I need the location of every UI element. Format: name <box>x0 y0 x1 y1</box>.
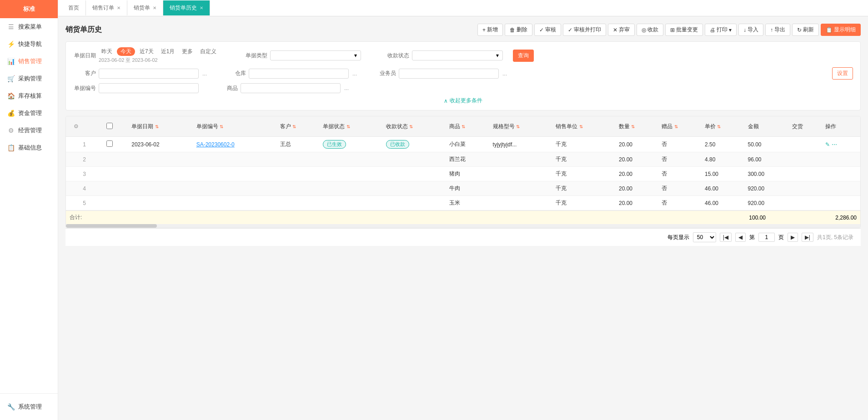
tab-sales-order-close[interactable]: ✕ <box>117 5 120 10</box>
sidebar-item-purchase-mgmt[interactable]: 🛒 采购管理 <box>0 70 58 87</box>
export-button[interactable]: ↑ 导出 <box>765 24 790 36</box>
sidebar-item-sales-mgmt[interactable]: 📊 销售管理 <box>0 53 58 70</box>
th-price-sort-icon: ⇅ <box>717 124 721 129</box>
audit-print-button[interactable]: ✓ 审核并打印 <box>563 24 606 36</box>
delete-button[interactable]: 🗑 删除 <box>505 24 532 36</box>
row-checkbox[interactable] <box>106 140 113 147</box>
batch-change-button[interactable]: ⊞ 批量变更 <box>665 24 703 36</box>
table-scrollbar[interactable] <box>66 224 860 228</box>
settings-button[interactable]: 设置 <box>832 67 853 80</box>
select-all-checkbox[interactable] <box>106 123 113 129</box>
sidebar-item-sys-mgmt[interactable]: 🔧 系统管理 <box>0 398 58 415</box>
th-gift[interactable]: 赠品 ⇅ <box>658 116 701 137</box>
print-button[interactable]: 🖨 打印 ▾ <box>705 24 737 36</box>
refresh-button[interactable]: ↻ 刷新 <box>792 24 819 36</box>
audit-button[interactable]: ✓ 审核 <box>534 24 561 36</box>
doc-type-select[interactable]: ▾ <box>270 50 361 60</box>
show-detail-button[interactable]: 📋 显示明细 <box>821 24 861 36</box>
sidebar-item-quick-nav[interactable]: ⚡ 快捷导航 <box>0 35 58 53</box>
tab-sales-history-close[interactable]: ✕ <box>200 5 203 10</box>
sidebar-bottom: 🔧 系统管理 <box>0 393 58 420</box>
import-button[interactable]: ↓ 导入 <box>738 24 763 36</box>
scrollbar-thumb[interactable] <box>66 224 157 228</box>
warehouse-input[interactable] <box>249 69 349 79</box>
th-customer[interactable]: 客户 ⇅ <box>276 116 320 137</box>
cell-number-1 <box>193 152 276 167</box>
collapse-button[interactable]: ∧ 收起更多条件 <box>73 97 853 105</box>
th-unit-sort-icon: ⇅ <box>579 124 583 129</box>
th-gift-label: 赠品 <box>662 123 672 130</box>
customer-input[interactable] <box>99 69 199 79</box>
toolbar: + 新增 🗑 删除 ✓ 审核 ✓ 审核并打印 ✕ 弃审 <box>477 24 861 36</box>
date-btn-more[interactable]: 更多 <box>179 47 196 56</box>
cell-payment-status-2 <box>382 167 446 181</box>
customer-dots-icon[interactable]: ... <box>202 70 207 77</box>
sidebar-item-inventory-calc[interactable]: 🏠 库存核算 <box>0 87 58 105</box>
payment-status-select[interactable]: ▾ <box>412 50 503 60</box>
cell-rownum-4: 5 <box>66 196 103 210</box>
sidebar-item-label: 采购管理 <box>18 75 42 83</box>
th-payment-status[interactable]: 收款状态 ⇅ <box>382 116 446 137</box>
th-spec[interactable]: 规格型号 ⇅ <box>489 116 552 137</box>
sidebar-item-finance-mgmt[interactable]: 💰 资金管理 <box>0 105 58 122</box>
tab-sales-history[interactable]: 销货单历史 ✕ <box>163 0 210 15</box>
cell-spec-1 <box>489 152 552 167</box>
filter-warehouse: 仓库 ... <box>223 69 357 79</box>
product-dots-icon[interactable]: ... <box>344 85 349 91</box>
cell-qty-1: 20.00 <box>615 152 658 167</box>
edit-action-button[interactable]: ✎ <box>825 141 830 148</box>
page-prev-button[interactable]: ◀ <box>735 233 746 242</box>
warehouse-dots-icon[interactable]: ... <box>352 70 357 77</box>
new-button[interactable]: + 新增 <box>477 24 503 36</box>
cell-checkbox-1 <box>103 152 128 167</box>
th-unit[interactable]: 销售单位 ⇅ <box>552 116 615 137</box>
abandon-button[interactable]: ✕ 弃审 <box>608 24 635 36</box>
table-settings-icon[interactable]: ⚙ <box>70 120 82 133</box>
th-qty-sort-icon: ⇅ <box>631 124 635 129</box>
sales-mgmt-icon: 📊 <box>7 58 15 65</box>
page-last-button[interactable]: ▶| <box>802 233 813 242</box>
doc-number-link[interactable]: SA-20230602-0 <box>196 141 235 148</box>
salesman-dots-icon[interactable]: ... <box>502 70 507 77</box>
th-product-sort-icon: ⇅ <box>462 124 465 129</box>
page-suffix: 页 <box>778 234 784 241</box>
doc-number-input[interactable] <box>99 83 199 93</box>
date-btn-7days[interactable]: 近7天 <box>137 47 156 56</box>
more-action-button[interactable]: ⋯ <box>832 141 837 148</box>
date-btn-today[interactable]: 今天 <box>117 47 135 56</box>
date-btn-custom[interactable]: 自定义 <box>197 47 219 56</box>
date-btn-1month[interactable]: 近1月 <box>158 47 178 56</box>
cell-action-1 <box>822 152 860 167</box>
cell-action-3 <box>822 181 860 196</box>
salesman-input[interactable] <box>399 69 499 79</box>
cell-qty-3: 20.00 <box>615 181 658 196</box>
tab-home[interactable]: 首页 <box>62 0 86 15</box>
th-amount: 金额 <box>744 116 788 137</box>
query-button[interactable]: 查询 <box>513 50 534 62</box>
cell-spec-3 <box>489 181 552 196</box>
page-size-select[interactable]: 50 100 200 <box>693 232 716 242</box>
th-product[interactable]: 商品 ⇅ <box>446 116 489 137</box>
tab-sales-delivery[interactable]: 销货单 ✕ <box>127 0 163 15</box>
th-number[interactable]: 单据编号 ⇅ <box>193 116 276 137</box>
date-btn-yesterday[interactable]: 昨天 <box>99 47 115 56</box>
th-doc-status[interactable]: 单据状态 ⇅ <box>319 116 382 137</box>
tab-sales-delivery-close[interactable]: ✕ <box>153 5 156 10</box>
audit-icon: ✓ <box>539 27 544 33</box>
footer-totals: 100.00 2,286.00 <box>457 215 857 221</box>
th-price[interactable]: 单价 ⇅ <box>701 116 744 137</box>
page-number-input[interactable] <box>758 233 775 242</box>
th-spec-sort-icon: ⇅ <box>516 124 520 129</box>
page-next-button[interactable]: ▶ <box>788 233 798 242</box>
refresh-label: 刷新 <box>803 26 814 34</box>
sidebar-item-ops-mgmt[interactable]: ⚙ 经营管理 <box>0 122 58 139</box>
page-first-button[interactable]: |◀ <box>720 233 732 242</box>
th-date[interactable]: 单据日期 ⇅ <box>128 116 192 137</box>
sidebar-item-basic-info[interactable]: 📋 基础信息 <box>0 139 58 156</box>
product-input[interactable] <box>241 83 341 93</box>
collect-button[interactable]: ◎ 收款 <box>637 24 663 36</box>
sidebar-item-search-menu[interactable]: ☰ 搜索菜单 <box>0 18 58 35</box>
cell-customer-0: 王总 <box>276 137 320 152</box>
th-qty[interactable]: 数量 ⇅ <box>615 116 658 137</box>
tab-sales-order[interactable]: 销售订单 ✕ <box>86 0 127 15</box>
